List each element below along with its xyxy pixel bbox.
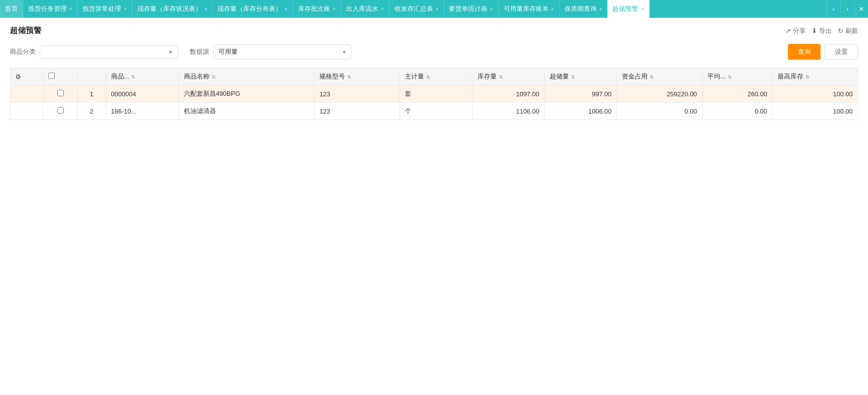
sort-overstock[interactable]: 超储量 ⇅: [550, 72, 611, 81]
nav-item-inventory-status[interactable]: 现存量（库存状况表） ×: [132, 0, 213, 18]
cell-checkbox-1[interactable]: [43, 103, 78, 120]
nav-arrow-close[interactable]: ✕: [854, 0, 868, 18]
sort-spec[interactable]: 规格型号 ⇅: [319, 72, 394, 81]
th-product-name[interactable]: 商品名称 ⇅: [178, 68, 314, 85]
nav-item-abnormal[interactable]: 拣货异常处理 ×: [78, 0, 132, 18]
table-body: 1 0000004 六配套新昌490BPG 123 套 1097.00 997.…: [10, 85, 858, 120]
nav-item-overstock-alert[interactable]: 超储预警 ×: [608, 0, 649, 18]
th-spec[interactable]: 规格型号 ⇅: [314, 68, 400, 85]
nav-close-inout-flow[interactable]: ×: [381, 6, 384, 12]
category-filter: 商品分类 ▾: [10, 45, 178, 59]
nav-item-inout-flow[interactable]: 出入库流水 ×: [341, 0, 389, 18]
query-button[interactable]: 查询: [788, 44, 821, 60]
nav-close-inventory-dist[interactable]: ×: [284, 6, 287, 12]
th-product-code[interactable]: 商品... ⇅: [106, 68, 178, 85]
cell-max-stock-1: 100.00: [773, 103, 858, 120]
th-row-num: [78, 68, 106, 85]
nav-close-order-stats[interactable]: ×: [490, 6, 493, 12]
category-label: 商品分类: [10, 47, 36, 56]
th-gear[interactable]: ⚙: [10, 68, 43, 85]
th-capital[interactable]: 资金占用 ⇅: [617, 68, 702, 85]
datasource-arrow-icon: ▾: [343, 48, 346, 56]
cell-spec-0: 123: [314, 85, 400, 103]
nav-close-batch-account[interactable]: ×: [333, 6, 336, 12]
cell-checkbox-0[interactable]: [43, 85, 78, 103]
th-avg[interactable]: 平均... ⇅: [702, 68, 773, 85]
nav-item-quality-check[interactable]: 保质期查询 ×: [560, 0, 608, 18]
nav-close-available-ledger[interactable]: ×: [551, 6, 554, 12]
nav-arrow-right[interactable]: ›: [840, 0, 854, 18]
th-stock[interactable]: 库存量 ⇅: [472, 68, 544, 85]
table-row: 1 0000004 六配套新昌490BPG 123 套 1097.00 997.…: [10, 85, 858, 103]
refresh-label: 刷新: [845, 27, 858, 36]
table-wrapper: ⚙ 商品... ⇅ 商品名称 ⇅: [10, 68, 858, 120]
nav-label-order-stats: 要货单统计表: [449, 4, 487, 13]
nav-item-available-ledger[interactable]: 可用量库存账本 ×: [499, 0, 560, 18]
nav-arrow-left[interactable]: ‹: [826, 0, 840, 18]
nav-label-available-ledger: 可用量库存账本: [504, 4, 549, 13]
cell-gear-1: [10, 103, 43, 120]
row-checkbox-0[interactable]: [57, 90, 64, 96]
nav-item-task-mgmt[interactable]: 拣货任务管理 ×: [23, 0, 78, 18]
nav-label-inout-flow: 出入库流水: [346, 4, 378, 13]
top-navigation: 首页 拣货任务管理 × 拣货异常处理 × 现存量（库存状况表） × 现存量（库存…: [0, 0, 868, 18]
sort-unit[interactable]: 主计量 ⇅: [405, 72, 467, 81]
nav-item-collect-summary[interactable]: 收发存汇总表 ×: [390, 0, 444, 18]
export-button[interactable]: ⬇ 导出: [812, 27, 832, 36]
sort-max-stock[interactable]: 最高库存 ⇅: [778, 72, 853, 81]
nav-item-order-stats[interactable]: 要货单统计表 ×: [444, 0, 498, 18]
sort-stock[interactable]: 库存量 ⇅: [477, 72, 539, 81]
datasource-select[interactable]: 可用量 ▾: [213, 44, 351, 59]
nav-close-collect-summary[interactable]: ×: [435, 6, 438, 12]
nav-label-overstock-alert: 超储预警: [612, 4, 638, 13]
nav-item-inventory-dist[interactable]: 现存量（库存分布表） ×: [213, 0, 293, 18]
nav-label-batch-account: 库存批次账: [298, 4, 330, 13]
sort-product-name[interactable]: 商品名称 ⇅: [184, 72, 309, 81]
nav-close-overstock-alert[interactable]: ×: [641, 6, 644, 12]
cell-unit-0: 套: [400, 85, 472, 103]
page-header: 超储预警 ↗ 分享 ⬇ 导出 ↻ 刷新: [10, 26, 858, 36]
data-table: ⚙ 商品... ⇅ 商品名称 ⇅: [10, 68, 858, 120]
select-all-checkbox[interactable]: [48, 73, 55, 79]
cell-stock-1: 1106.00: [472, 103, 544, 120]
th-product-name-label: 商品名称: [184, 72, 210, 81]
nav-close-inventory-status[interactable]: ×: [204, 6, 207, 12]
cell-stock-0: 1097.00: [472, 85, 544, 103]
cell-product-code-0: 0000004: [106, 85, 178, 103]
nav-item-home[interactable]: 首页: [0, 0, 23, 18]
nav-close-task-mgmt[interactable]: ×: [69, 6, 72, 12]
settings-button[interactable]: 设置: [825, 44, 858, 60]
sort-product-code[interactable]: 商品... ⇅: [111, 72, 174, 81]
refresh-button[interactable]: ↻ 刷新: [838, 27, 858, 36]
th-unit[interactable]: 主计量 ⇅: [400, 68, 472, 85]
share-button[interactable]: ↗ 分享: [785, 27, 806, 36]
cell-spec-1: 123: [314, 103, 400, 120]
th-checkbox: [43, 68, 78, 85]
sort-capital[interactable]: 资金占用 ⇅: [622, 72, 697, 81]
sort-icon-stock: ⇅: [499, 74, 503, 79]
cell-avg-0: 260.00: [702, 85, 773, 103]
nav-arrows: ‹ › ✕: [826, 0, 868, 18]
row-checkbox-1[interactable]: [57, 107, 64, 114]
datasource-filter: 数据源 可用量 ▾: [190, 44, 351, 59]
header-actions: ↗ 分享 ⬇ 导出 ↻ 刷新: [785, 27, 858, 36]
nav-close-quality-check[interactable]: ×: [599, 6, 602, 12]
nav-close-abnormal[interactable]: ×: [124, 6, 127, 12]
filter-actions: 查询 设置: [788, 44, 858, 60]
category-select[interactable]: ▾: [40, 45, 178, 59]
th-max-stock[interactable]: 最高库存 ⇅: [773, 68, 858, 85]
category-arrow-icon: ▾: [169, 48, 173, 56]
nav-label-task-mgmt: 拣货任务管理: [28, 4, 67, 13]
nav-item-batch-account[interactable]: 库存批次账 ×: [293, 0, 341, 18]
nav-label-quality-check: 保质期查询: [564, 4, 597, 13]
sort-icon-max-stock: ⇅: [805, 74, 809, 79]
cell-unit-1: 个: [400, 103, 472, 120]
th-product-code-label: 商品...: [111, 72, 130, 81]
sort-icon-spec: ⇅: [347, 74, 351, 79]
cell-avg-1: 0.00: [702, 103, 773, 120]
cell-gear-0: [10, 85, 43, 103]
th-overstock[interactable]: 超储量 ⇅: [544, 68, 616, 85]
cell-rownum-1: 2: [78, 103, 106, 120]
export-label: 导出: [819, 27, 832, 36]
sort-avg[interactable]: 平均... ⇅: [707, 72, 767, 81]
